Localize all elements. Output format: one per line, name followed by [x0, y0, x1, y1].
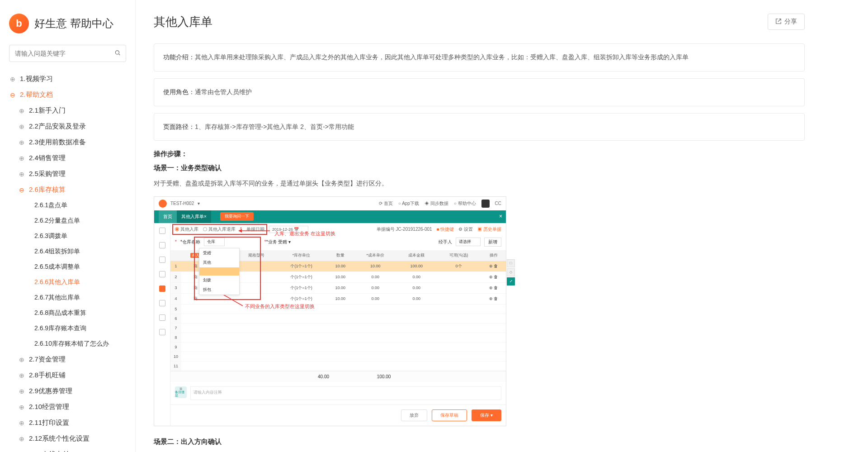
leftnav-icon	[159, 300, 165, 306]
share-button[interactable]: 分享	[768, 14, 805, 30]
steps-label: 操作步骤：	[154, 150, 805, 158]
plus-icon	[18, 404, 25, 411]
sidebar-item[interactable]: 2.1新手入门	[9, 103, 126, 119]
sidebar-item-label: 2.7资金管理	[29, 355, 66, 364]
plus-icon	[18, 372, 25, 379]
sidebar-item[interactable]: 2.8手机旺铺	[9, 367, 126, 383]
shot-tab-home: 首页	[159, 210, 177, 223]
dropdown-option: 其他	[199, 258, 239, 267]
plus-icon	[18, 356, 25, 363]
tool-icon: □	[507, 259, 515, 267]
sidebar-item-label: 2.11打印设置	[29, 419, 69, 427]
embedded-screenshot: TEST-H002 ▾ ⟳ 首页 ○ App下载 ◈ 同步数据 ○ 帮助中心 C…	[154, 196, 506, 426]
sidebar-item[interactable]: 2.6.2分量盘点单	[9, 213, 126, 228]
sidebar-item[interactable]: 2.6.9库存账本查询	[9, 321, 126, 336]
logo-icon: b	[9, 14, 29, 33]
table-header: 数量	[326, 250, 354, 261]
sidebar-item-label: 2.10经营管理	[29, 403, 69, 411]
intro-text: 其他入库单用来处理除采购入库、产成品入库之外的其他入库业务，因此其他入库单可处理…	[195, 53, 689, 61]
leftnav-icon-active	[159, 285, 165, 292]
sidebar-item-label: 2.6.6其他入库单	[34, 278, 80, 286]
sidebar-item[interactable]: 2.9优惠券管理	[9, 383, 126, 399]
logo-text: 好生意 帮助中心	[34, 16, 113, 31]
plus-icon	[18, 139, 25, 146]
sidebar-item[interactable]: 2.13在线支付	[9, 447, 126, 452]
sidebar-item-label: 2.6.7其他出库单	[34, 294, 80, 302]
table-header: 成本金额	[397, 250, 436, 261]
sidebar-item-label: 2.3使用前数据准备	[29, 138, 86, 147]
table-row: 6	[170, 314, 506, 323]
svg-point-0	[115, 51, 119, 54]
sidebar-item-label: 2.4销售管理	[29, 154, 66, 162]
plus-icon	[18, 155, 25, 162]
remark-icon: ☰备注信息	[175, 386, 187, 398]
sidebar-item[interactable]: 2.帮助文档	[9, 87, 126, 103]
sidebar-item-label: 2.9优惠券管理	[29, 387, 72, 395]
shot-user: CC	[495, 201, 501, 206]
annotation-text-2: 不同业务的入库类型在这里切换	[245, 303, 315, 310]
sidebar-item-label: 2.6.3调拨单	[34, 232, 67, 240]
sidebar-item[interactable]: 2.6.3调拨单	[9, 228, 126, 244]
sidebar-item-label: 2.6.5成本调整单	[34, 263, 80, 271]
leftnav-icon	[159, 242, 165, 248]
leftnav-icon	[159, 257, 165, 263]
dropdown-option: 拆包	[199, 285, 239, 295]
sidebar-item[interactable]: 2.10经营管理	[9, 399, 126, 415]
sidebar: b 好生意 帮助中心 1.视频学习2.帮助文档2.1新手入门2.2产品安装及登录…	[0, 0, 136, 452]
sidebar-item-label: 2.2产品安装及登录	[29, 122, 86, 131]
sidebar-item[interactable]: 2.6.1盘点单	[9, 198, 126, 213]
plus-icon	[18, 419, 25, 427]
share-icon	[775, 18, 782, 26]
sidebar-item[interactable]: 2.6.5成本调整单	[9, 259, 126, 275]
sidebar-item[interactable]: 2.6.8商品成本重算	[9, 305, 126, 321]
page-title: 其他入库单	[154, 14, 212, 30]
role-label: 使用角色：	[163, 88, 195, 95]
radio1-label: 其他入库	[180, 226, 198, 233]
sidebar-item-label: 2.6.8商品成本重算	[34, 309, 86, 317]
shot-app-link: ○ App下载	[398, 200, 419, 207]
table-header: 可用(勾选)	[436, 250, 481, 261]
shot-topbar: TEST-H002 ▾ ⟳ 首页 ○ App下载 ◈ 同步数据 ○ 帮助中心 C…	[154, 197, 506, 210]
remark-input: 请输入内容注释	[190, 386, 501, 400]
dropdown-menu: 受赠其他 划拨拆包	[199, 248, 240, 295]
search-input[interactable]	[9, 45, 126, 62]
radio-icon	[175, 227, 179, 231]
sidebar-item-label: 2.1新手入门	[29, 106, 66, 115]
search-box	[9, 45, 126, 62]
sidebar-item[interactable]: 2.11打印设置	[9, 415, 126, 431]
save-button: 保存 ▾	[472, 409, 501, 421]
radio-icon	[203, 227, 207, 231]
sidebar-item[interactable]: 1.视频学习	[9, 71, 126, 87]
shot-main: 其他入库 其他入库退库 *单据日期 2019-12-26 📅 单据编号 JC-2…	[170, 223, 506, 426]
sidebar-item[interactable]: 2.12系统个性化设置	[9, 431, 126, 447]
table-header: *成本单价	[354, 250, 396, 261]
sidebar-item-label: 2.6.4组装拆卸单	[34, 247, 80, 256]
sidebar-item[interactable]: 2.6.7其他出库单	[9, 290, 126, 305]
avatar-icon	[481, 200, 490, 208]
sidebar-item[interactable]: 2.6.4组装拆卸单	[9, 244, 126, 259]
table-row: 11	[170, 361, 506, 371]
plus-icon	[18, 435, 25, 442]
tool-icon: ◇	[507, 268, 515, 276]
role-box: 使用角色：通常由仓管人员维护	[154, 78, 805, 106]
sidebar-item[interactable]: 2.4销售管理	[9, 150, 126, 166]
sidebar-item[interactable]: 2.3使用前数据准备	[9, 134, 126, 150]
sidebar-item[interactable]: 2.6.10库存账本错了怎么办	[9, 336, 126, 352]
add-button: 新增	[484, 238, 501, 247]
sidebar-item[interactable]: 2.5采购管理	[9, 166, 126, 182]
sidebar-item-label: 2.6.9库存账本查询	[34, 324, 86, 333]
warehouse-select: 仓库	[204, 238, 225, 246]
search-icon[interactable]	[114, 50, 121, 57]
total-qty: 40.00	[299, 374, 348, 379]
right-tools: □ ◇ ⤢	[507, 259, 516, 285]
sidebar-item[interactable]: 2.6.6其他入库单	[9, 275, 126, 290]
scene2-title: 场景二：出入方向确认	[154, 438, 805, 446]
sidebar-item[interactable]: 2.6库存核算	[9, 182, 126, 198]
dropdown-option: 受赠	[199, 248, 239, 258]
scene1-text: 对于受赠、盘盈或是拆装入库等不同的业务，是通过单据头【业务类型】进行区分。	[154, 178, 805, 189]
svg-marker-3	[238, 229, 242, 233]
leftnav-icon	[159, 314, 165, 321]
leftnav-icon	[159, 329, 165, 335]
sidebar-item[interactable]: 2.2产品安装及登录	[9, 119, 126, 134]
sidebar-item[interactable]: 2.7资金管理	[9, 352, 126, 367]
